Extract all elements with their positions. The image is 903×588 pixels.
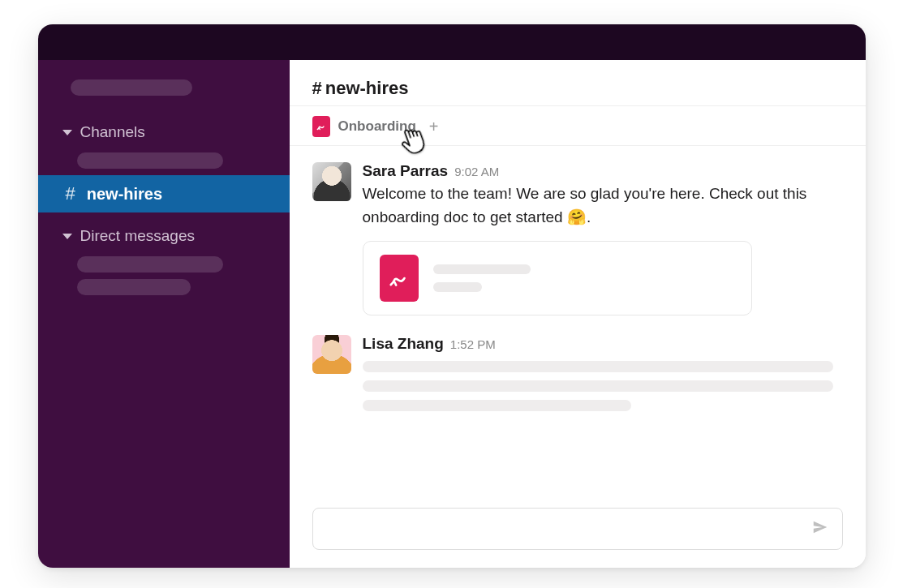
pdf-icon	[312, 116, 330, 137]
composer-area	[290, 508, 866, 568]
sidebar-dm-placeholder[interactable]	[77, 279, 191, 295]
message: Sara Parras 9:02 AM Welcome to the team!…	[312, 162, 843, 315]
pin-item-onboarding[interactable]: Onboarding	[338, 118, 416, 135]
app-window: Channels # new-hires Direct messages #ne…	[38, 24, 866, 568]
caret-down-icon	[62, 234, 72, 239]
sidebar-section-dms[interactable]: Direct messages	[38, 222, 290, 250]
pdf-icon	[380, 255, 419, 302]
sidebar: Channels # new-hires Direct messages	[38, 60, 290, 568]
message-composer[interactable]	[312, 508, 843, 550]
message-text-placeholder	[363, 400, 632, 411]
app-body: Channels # new-hires Direct messages #ne…	[38, 60, 866, 568]
message-text-placeholder	[363, 361, 833, 372]
message-author[interactable]: Lisa Zhang	[363, 335, 444, 353]
sidebar-channel-placeholder[interactable]	[77, 152, 223, 169]
message: Lisa Zhang 1:52 PM	[312, 335, 843, 411]
channel-title[interactable]: #new-hires	[312, 78, 843, 99]
main-pane: #new-hires Onboarding +	[290, 60, 866, 568]
hash-icon: #	[312, 78, 322, 98]
avatar[interactable]	[312, 335, 351, 374]
message-list: Sara Parras 9:02 AM Welcome to the team!…	[290, 146, 866, 508]
titlebar	[38, 24, 866, 60]
attachment-pdf[interactable]	[363, 241, 752, 315]
channel-pins-bar: Onboarding +	[290, 106, 866, 146]
sidebar-section-label: Direct messages	[80, 227, 196, 245]
sidebar-section-label: Channels	[80, 123, 145, 141]
message-body: Lisa Zhang 1:52 PM	[363, 335, 843, 411]
avatar[interactable]	[312, 162, 351, 201]
sidebar-section-channels[interactable]: Channels	[38, 118, 290, 146]
workspace-name-placeholder[interactable]	[71, 79, 192, 96]
message-author[interactable]: Sara Parras	[363, 162, 449, 180]
message-body: Sara Parras 9:02 AM Welcome to the team!…	[363, 162, 843, 315]
add-pin-button[interactable]: +	[429, 118, 439, 136]
channel-name: new-hires	[325, 78, 409, 98]
sidebar-item-label: new-hires	[87, 185, 162, 204]
message-time: 1:52 PM	[450, 337, 496, 351]
hash-icon: #	[66, 183, 75, 204]
attachment-subtitle-placeholder	[433, 282, 482, 292]
channel-header: #new-hires	[290, 60, 866, 106]
caret-down-icon	[62, 130, 72, 135]
sidebar-dm-placeholder[interactable]	[77, 256, 223, 273]
message-text-placeholder	[363, 380, 833, 392]
sidebar-item-new-hires[interactable]: # new-hires	[38, 175, 290, 212]
message-text: Welcome to the team! We are so glad you'…	[363, 182, 843, 230]
send-icon[interactable]	[811, 518, 829, 539]
attachment-meta	[433, 264, 531, 292]
attachment-title-placeholder	[433, 264, 531, 274]
message-time: 9:02 AM	[454, 165, 499, 178]
